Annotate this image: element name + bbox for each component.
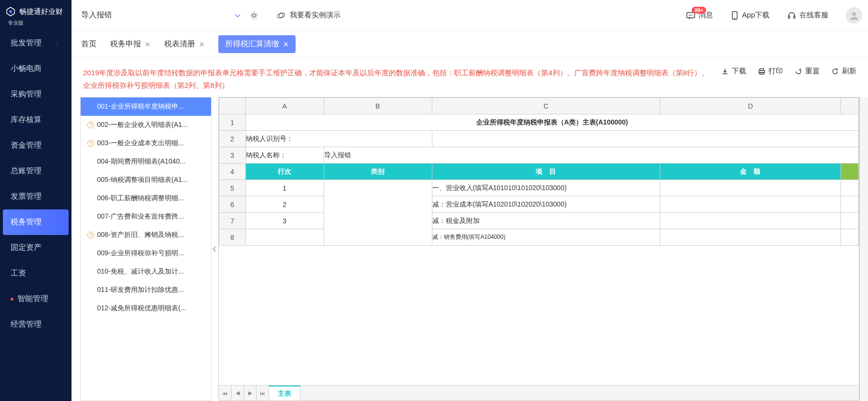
row-head-7[interactable]: 7 [219,213,246,229]
close-icon[interactable]: ✕ [199,41,205,48]
tree-item-label: 005-纳税调整项目明细表(A1... [97,176,187,184]
sidebar-item-0[interactable]: 批发管理〉 [0,30,71,56]
tab-2[interactable]: 税表清册✕ [164,36,205,52]
col-head-c[interactable]: C [432,98,660,114]
tree-item-2[interactable]: ?003-一般企业成本支出明细... [81,134,211,152]
col-head-d[interactable]: D [660,98,840,114]
sheet-title[interactable]: 企业所得税年度纳税申报表（A类）主表(A100000) [245,114,858,131]
cell-amount-4[interactable] [660,229,840,246]
collapse-handle[interactable] [212,97,218,401]
tree-item-label: 010-免税、减计收入及加计... [97,267,184,276]
svg-point-5 [689,14,690,15]
row-head-2[interactable]: 2 [219,131,246,147]
tree-item-10[interactable]: 011-研发费用加计扣除优惠... [81,281,211,299]
tree-item-0[interactable]: 001-企业所得税年度纳税申... [81,97,211,116]
close-icon[interactable]: ✕ [283,41,289,48]
header-rownum[interactable]: 行次 [245,164,324,180]
header-category[interactable]: 类别 [324,164,432,180]
header-item[interactable]: 项 目 [432,164,660,180]
row-head-6[interactable]: 6 [219,196,246,213]
sidebar-item-10[interactable]: 智能管理 [0,286,71,312]
print-button[interactable]: 打印 [758,67,783,76]
tree-item-9[interactable]: 010-免税、减计收入及加计... [81,263,211,281]
sheet-nav-prev[interactable]: ◀ [231,386,244,401]
cell-rownum-4[interactable] [245,229,324,246]
cell-extra-4[interactable] [840,229,858,246]
tree-item-label: 008-资产折旧、摊销及纳税... [97,231,184,239]
row-head-1[interactable]: 1 [219,114,246,131]
gear-icon[interactable] [249,11,259,20]
cell-item-4[interactable]: 减：销售费用(填写A104000) [432,229,660,246]
sidebar-item-4[interactable]: 资金管理 [0,133,71,158]
header-amount[interactable]: 金 额 [660,164,840,180]
cell-item-1[interactable]: 一、营业收入(填写A101010\101020\103000) [432,180,660,196]
sidebar-item-6[interactable]: 发票管理 [0,184,71,209]
tree-item-6[interactable]: 007-广告费和业务宣传费跨... [81,207,211,226]
sidebar-item-5[interactable]: 总账管理 [0,158,71,184]
refresh-button[interactable]: 刷新 [831,67,856,76]
taxpayer-id-label[interactable]: 纳税人识别号： [245,131,432,147]
cell-amount-3[interactable] [660,213,840,229]
tree-item-4[interactable]: 005-纳税调整项目明细表(A1... [81,171,211,189]
tab-1[interactable]: 税务申报✕ [110,36,151,52]
sheet-nav-next[interactable]: ▶ [244,386,256,401]
question-icon: ? [87,232,94,238]
header-extra[interactable] [840,164,858,180]
cell-category-merged[interactable] [324,180,432,246]
sheet-corner[interactable] [219,98,246,114]
customer-service-button[interactable]: 在线客服 [782,11,833,20]
cell-amount-1[interactable] [660,180,840,196]
cell-item-2[interactable]: 减：营业成本(填写A102010\102020\103000) [432,196,660,213]
cell-rownum-3[interactable]: 3 [245,213,324,229]
sidebar-item-11[interactable]: 经营管理 [0,312,71,337]
cell-rownum-1[interactable]: 1 [245,180,324,196]
taxpayer-id-value[interactable] [432,131,859,147]
taxpayer-name-label[interactable]: 纳税人名称： [245,147,324,164]
sidebar-item-8[interactable]: 固定资产 [0,235,71,261]
tab-0[interactable]: 首页 [81,36,97,52]
row-head-4[interactable]: 4 [219,164,246,180]
taxpayer-name-value[interactable]: 导入报错 [324,147,858,164]
demo-link[interactable]: 我要看实例演示 [276,11,341,20]
tree-item-3[interactable]: 004-期间费用明细表(A1040... [81,152,211,171]
sidebar-item-label: 固定资产 [11,243,42,253]
sidebar-item-2[interactable]: 采购管理 [0,82,71,107]
tree-item-11[interactable]: 012-减免所得税优惠明细表(... [81,299,211,318]
tab-3[interactable]: 所得税汇算清缴✕ [218,35,296,53]
sidebar-item-7[interactable]: 税务管理 [3,209,69,235]
col-head-a[interactable]: A [245,98,324,114]
sidebar-item-label: 经营管理 [11,319,42,330]
sidebar-item-3[interactable]: 库存核算 [0,107,71,133]
cell-extra-2[interactable] [840,196,858,213]
tree-item-5[interactable]: 006-职工薪酬纳税调整明细... [81,189,211,207]
sidebar-item-9[interactable]: 工资 [0,261,71,286]
tree-item-1[interactable]: ?002-一般企业收入明细表(A1... [81,116,211,134]
messages-button[interactable]: 消息 99+ [681,11,718,20]
col-head-b[interactable]: B [324,98,432,114]
vertical-scrollbar[interactable] [859,97,868,401]
reset-button[interactable]: 重置 [795,67,820,76]
sheet-nav-first[interactable]: ⏮ [219,386,231,401]
chevron-icon: 〉 [56,40,61,47]
col-head-extra[interactable] [840,98,858,114]
row-head-5[interactable]: 5 [219,180,246,196]
search-box[interactable]: 导入报错 [81,10,226,20]
row-head-8[interactable]: 8 [219,229,246,246]
cell-amount-2[interactable] [660,196,840,213]
tree-item-8[interactable]: 009-企业所得税弥补亏损明... [81,244,211,263]
close-icon[interactable]: ✕ [145,41,151,48]
app-download-button[interactable]: App下载 [726,11,774,20]
cell-rownum-2[interactable]: 2 [245,196,324,213]
cell-item-3[interactable]: 减：税金及附加 [432,213,660,229]
tree-item-7[interactable]: ?008-资产折旧、摊销及纳税... [81,226,211,244]
cell-extra-1[interactable] [840,180,858,196]
cell-extra-3[interactable] [840,213,858,229]
sheet-scroll-area[interactable]: A B C D 1 企业所得税年度纳税申报表（A类）主表(A100000) [219,97,859,385]
sidebar-item-1[interactable]: 小畅电商 [0,56,71,82]
row-head-3[interactable]: 3 [219,147,246,164]
download-button[interactable]: 下载 [721,67,746,76]
avatar[interactable] [846,7,862,24]
sheet-nav-last[interactable]: ⏭ [256,386,269,401]
chevron-down-icon[interactable] [234,12,242,19]
sheet-tab-main[interactable]: 主表 [269,386,300,401]
